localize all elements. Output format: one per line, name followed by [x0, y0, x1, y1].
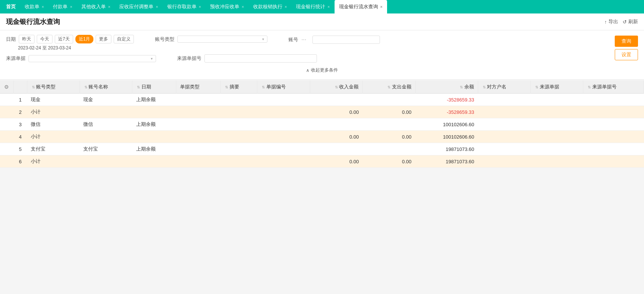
row-source-voucher-no	[583, 106, 644, 118]
table-container: ⚙ ⇅ 账号类型 ⇅ 账号名称 ⇅ 日期 单据类型 ⇅ 摘要 ⇅ 单据编号 ⇅ …	[0, 81, 644, 168]
column-settings-icon[interactable]: ⚙	[4, 84, 9, 90]
table-row: 5 支付宝 支付宝 上期余额 19871073.60	[0, 143, 644, 155]
table-row: 4 小计 0.00 0.00 100102606.60	[0, 131, 644, 143]
th-voucher-no[interactable]: ⇅ 单据编号	[257, 81, 310, 94]
row-voucher-type	[176, 118, 220, 131]
row-voucher-no	[257, 106, 310, 118]
date-today[interactable]: 今天	[37, 35, 53, 43]
nav-other-income[interactable]: 其他收入单 ×	[77, 0, 115, 13]
row-counterparty	[478, 106, 530, 118]
th-income[interactable]: ⇅ 收入金额	[310, 81, 362, 94]
nav-cash-stats[interactable]: 现金银行统计 ×	[291, 0, 334, 13]
row-num: 5	[14, 143, 27, 155]
close-prepay-offset[interactable]: ×	[242, 4, 244, 9]
th-balance[interactable]: ⇅ 余额	[415, 81, 478, 94]
nav-payments[interactable]: 付款单 ×	[48, 0, 77, 13]
th-source-voucher-no[interactable]: ⇅ 来源单据号	[583, 81, 644, 94]
nav-ar-ap-adjust[interactable]: 应收应付调整单 ×	[115, 0, 162, 13]
account-label: 账号	[288, 36, 298, 43]
account-input[interactable]	[312, 36, 380, 44]
date-custom[interactable]: 自定义	[114, 35, 134, 43]
th-summary[interactable]: ⇅ 摘要	[221, 81, 257, 94]
close-cash-stats[interactable]: ×	[327, 4, 330, 9]
account-dots: ···	[301, 36, 306, 43]
close-receipts[interactable]: ×	[42, 4, 44, 9]
close-payments[interactable]: ×	[70, 4, 72, 9]
source-voucher-chevron: ▾	[151, 57, 153, 61]
nav-cash-flow-query[interactable]: 现金银行流水查询 ×	[335, 0, 387, 13]
table-row: 2 小计 0.00 0.00 -3528659.33	[0, 106, 644, 118]
collapse-bar[interactable]: ∧ 收起更多条件	[6, 66, 638, 75]
date-1month[interactable]: 近1月	[75, 35, 94, 43]
th-voucher-type[interactable]: 单据类型	[176, 81, 220, 94]
export-button[interactable]: ↑ 导出	[605, 18, 618, 25]
row-counterparty	[478, 131, 530, 143]
row-counterparty	[478, 155, 530, 168]
date-7days[interactable]: 近7天	[55, 35, 73, 43]
row-account-name: 支付宝	[80, 143, 132, 155]
date-label: 日期	[6, 36, 16, 43]
refresh-icon: ↺	[623, 19, 627, 25]
row-account-type: 小计	[27, 131, 80, 143]
close-cash-flow-query[interactable]: ×	[380, 4, 383, 9]
row-expense: 0.00	[363, 106, 415, 118]
row-source-voucher	[531, 155, 583, 168]
data-table: ⚙ ⇅ 账号类型 ⇅ 账号名称 ⇅ 日期 单据类型 ⇅ 摘要 ⇅ 单据编号 ⇅ …	[0, 81, 644, 168]
collapse-up-icon: ∧	[306, 68, 309, 73]
query-button[interactable]: 查询	[615, 36, 638, 47]
th-counterparty[interactable]: ⇅ 对方户名	[478, 81, 530, 94]
row-account-name	[80, 131, 132, 143]
table-header-row: ⚙ ⇅ 账号类型 ⇅ 账号名称 ⇅ 日期 单据类型 ⇅ 摘要 ⇅ 单据编号 ⇅ …	[0, 81, 644, 94]
row-source-voucher-no	[583, 143, 644, 155]
close-ar-ap-adjust[interactable]: ×	[156, 4, 158, 9]
row-balance: -3528659.33	[415, 106, 478, 118]
row-source-voucher-no	[583, 131, 644, 143]
th-expense[interactable]: ⇅ 支出金额	[363, 81, 415, 94]
row-income: 0.00	[310, 106, 362, 118]
row-balance: 19871073.60	[415, 143, 478, 155]
row-gear	[0, 131, 14, 143]
row-source-voucher	[531, 94, 583, 106]
row-summary	[221, 131, 257, 143]
nav-receipts[interactable]: 收款单 ×	[20, 0, 48, 13]
row-voucher-type	[176, 143, 220, 155]
row-date	[132, 106, 176, 118]
date-more[interactable]: 更多	[96, 35, 111, 43]
row-source-voucher-no	[583, 155, 644, 168]
account-type-select[interactable]: ▾	[177, 36, 267, 43]
row-summary	[221, 143, 257, 155]
th-source-voucher[interactable]: ⇅ 来源单据	[531, 81, 583, 94]
source-voucher-select[interactable]: ▾	[29, 55, 156, 62]
row-balance: 100102606.60	[415, 131, 478, 143]
source-voucher-no-input[interactable]	[204, 54, 317, 63]
date-options: 昨天 今天 近7天 近1月 更多 自定义	[19, 35, 134, 43]
nav-bank-deposit[interactable]: 银行存取款单 ×	[163, 0, 206, 13]
th-account-type[interactable]: ⇅ 账号类型	[27, 81, 80, 94]
row-summary	[221, 94, 257, 106]
th-account-name[interactable]: ⇅ 账号名称	[80, 81, 132, 94]
filter-area: 日期 昨天 今天 近7天 近1月 更多 自定义 2023-02-24 至 202…	[0, 30, 644, 80]
nav-receipt-verify[interactable]: 收款核销执行 ×	[249, 0, 291, 13]
table-row: 1 现金 现金 上期余额 -3528659.33	[0, 94, 644, 106]
row-voucher-no	[257, 155, 310, 168]
row-counterparty	[478, 94, 530, 106]
close-bank-deposit[interactable]: ×	[199, 4, 201, 9]
row-summary	[221, 118, 257, 131]
close-other-income[interactable]: ×	[108, 4, 110, 9]
row-account-type: 微信	[27, 118, 80, 131]
row-source-voucher	[531, 106, 583, 118]
th-date[interactable]: ⇅ 日期	[132, 81, 176, 94]
row-num: 1	[14, 94, 27, 106]
date-yesterday[interactable]: 昨天	[19, 35, 35, 43]
close-receipt-verify[interactable]: ×	[285, 4, 287, 9]
top-nav: 首页 收款单 × 付款单 × 其他收入单 × 应收应付调整单 × 银行存取款单 …	[0, 0, 644, 13]
settings-button[interactable]: 设置	[615, 49, 638, 60]
row-voucher-no	[257, 131, 310, 143]
row-date: 上期余额	[132, 118, 176, 131]
nav-prepay-offset[interactable]: 预收冲应收单 ×	[206, 0, 248, 13]
page-header: 现金银行流水查询 ↑ 导出 ↺ 刷新	[0, 13, 644, 30]
refresh-button[interactable]: ↺ 刷新	[623, 18, 638, 25]
nav-home[interactable]: 首页	[2, 0, 20, 13]
row-summary	[221, 155, 257, 168]
account-type-chevron: ▾	[262, 37, 264, 41]
